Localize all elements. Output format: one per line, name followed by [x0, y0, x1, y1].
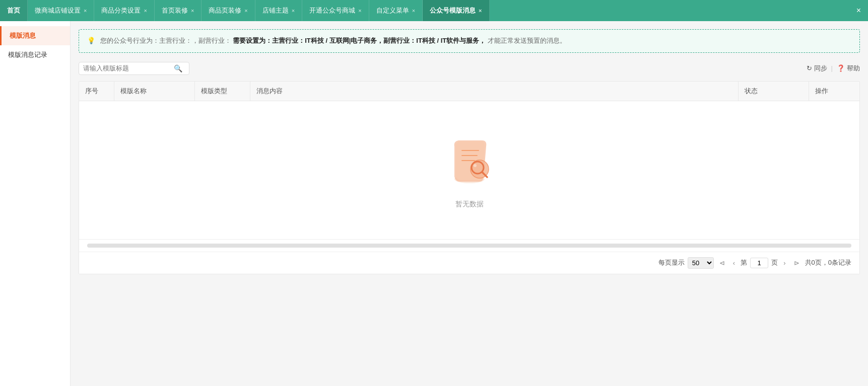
main-content: 💡 您的公众号行业为：主营行业：，副营行业： 需要设置为：主营行业：IT科技 /… — [71, 21, 868, 386]
toolbar-right: ↻ 同步 | ❓ 帮助 — [807, 64, 860, 73]
nav-tab-7-close[interactable]: × — [412, 8, 415, 14]
sidebar-item-template-message[interactable]: 模版消息 — [0, 26, 70, 45]
th-status: 状态 — [739, 82, 809, 101]
close-all-button[interactable]: × — [849, 0, 868, 21]
sync-label: 同步 — [814, 64, 827, 73]
first-page-button[interactable]: ⊲ — [717, 258, 727, 268]
help-label: 帮助 — [847, 64, 860, 73]
pagination-summary: 共0页，0条记录 — [805, 258, 851, 267]
svg-point-7 — [474, 164, 477, 167]
sync-icon: ↻ — [807, 64, 812, 72]
nav-tab-3-close[interactable]: × — [191, 8, 194, 14]
page-label: 第 — [741, 258, 747, 267]
pagination: 每页显示 10 20 50 100 ⊲ ‹ 第 页 › ⊳ 共0页，0条记录 — [79, 252, 859, 274]
nav-tab-2-label: 商品分类设置 — [101, 6, 141, 15]
nav-tab-3[interactable]: 首页装修 × — [155, 0, 202, 21]
nav-tab-home[interactable]: 首页 — [0, 0, 28, 21]
nav-tab-4-close[interactable]: × — [244, 8, 247, 14]
nav-tab-8-label: 公众号模版消息 — [430, 6, 476, 15]
th-type: 模版类型 — [195, 82, 250, 101]
nav-tab-7-label: 自定义菜单 — [376, 6, 409, 15]
sidebar-item-template-message-record-label: 模版消息记录 — [8, 51, 47, 58]
help-button[interactable]: ❓ 帮助 — [837, 64, 860, 73]
notice-icon: 💡 — [87, 37, 95, 44]
nav-tab-8-close[interactable]: × — [479, 8, 482, 14]
layout: 模版消息 模版消息记录 💡 您的公众号行业为：主营行业：，副营行业： 需要设置为… — [0, 21, 868, 386]
empty-text: 暂无数据 — [455, 200, 484, 209]
nav-tab-4[interactable]: 商品页装修 × — [202, 0, 255, 21]
last-page-button[interactable]: ⊳ — [791, 258, 802, 268]
nav-tab-3-label: 首页装修 — [162, 6, 188, 15]
th-action: 操作 — [809, 82, 859, 101]
nav-tab-4-label: 商品页装修 — [209, 6, 241, 15]
nav-tab-home-label: 首页 — [7, 6, 20, 15]
nav-tab-1[interactable]: 微商城店铺设置 × — [28, 0, 94, 21]
fake-scrollbar[interactable] — [87, 244, 851, 248]
nav-tab-8[interactable]: 公众号模版消息 × — [423, 0, 489, 21]
empty-illustration — [439, 131, 500, 192]
empty-state: 暂无数据 — [79, 101, 859, 239]
help-icon: ❓ — [837, 64, 845, 72]
nav-tab-2-close[interactable]: × — [144, 8, 147, 14]
table-wrap: 序号 模版名称 模版类型 消息内容 状态 操作 — [79, 81, 860, 274]
nav-tab-6-label: 开通公众号商城 — [309, 6, 355, 15]
nav-tab-1-close[interactable]: × — [84, 8, 87, 14]
sync-button[interactable]: ↻ 同步 — [807, 64, 827, 73]
page-number-input[interactable] — [750, 258, 768, 268]
th-name: 模版名称 — [114, 82, 195, 101]
table-header: 序号 模版名称 模版类型 消息内容 状态 操作 — [79, 82, 859, 101]
next-page-button[interactable]: › — [781, 258, 788, 268]
notice-suffix: 才能正常发送预置的消息。 — [488, 37, 566, 44]
nav-tab-5-close[interactable]: × — [292, 8, 295, 14]
toolbar-divider: | — [831, 64, 833, 72]
nav-tab-6[interactable]: 开通公众号商城 × — [302, 0, 369, 21]
sidebar: 模版消息 模版消息记录 — [0, 21, 71, 386]
nav-tab-2[interactable]: 商品分类设置 × — [94, 0, 154, 21]
per-page-select[interactable]: 10 20 50 100 — [688, 257, 714, 269]
nav-tab-5-label: 店铺主题 — [262, 6, 289, 15]
page-unit: 页 — [771, 258, 778, 267]
th-content: 消息内容 — [250, 82, 739, 101]
nav-tab-5[interactable]: 店铺主题 × — [255, 0, 302, 21]
nav-tab-7[interactable]: 自定义菜单 × — [369, 0, 423, 21]
search-row: 🔍 ↻ 同步 | ❓ 帮助 — [79, 62, 860, 75]
search-button[interactable]: 🔍 — [174, 64, 182, 72]
sidebar-item-template-message-label: 模版消息 — [10, 32, 36, 39]
top-nav: 首页 微商城店铺设置 × 商品分类设置 × 首页装修 × 商品页装修 × 店铺主… — [0, 0, 868, 21]
per-page-label: 每页显示 — [658, 258, 685, 267]
prev-page-button[interactable]: ‹ — [730, 258, 738, 268]
search-input[interactable] — [83, 64, 174, 72]
notice-box: 💡 您的公众号行业为：主营行业：，副营行业： 需要设置为：主营行业：IT科技 /… — [79, 29, 860, 53]
notice-prefix: 您的公众号行业为：主营行业：，副营行业： — [100, 37, 231, 44]
th-index: 序号 — [79, 82, 114, 101]
sidebar-item-template-message-record[interactable]: 模版消息记录 — [0, 45, 70, 64]
nav-tab-1-label: 微商城店铺设置 — [35, 6, 81, 15]
scrollbar-area — [79, 239, 859, 252]
notice-highlight: 需要设置为：主营行业：IT科技 / 互联网|电子商务，副营行业：IT科技 / I… — [233, 37, 486, 44]
search-input-wrap: 🔍 — [79, 62, 189, 75]
nav-tab-6-close[interactable]: × — [358, 8, 361, 14]
